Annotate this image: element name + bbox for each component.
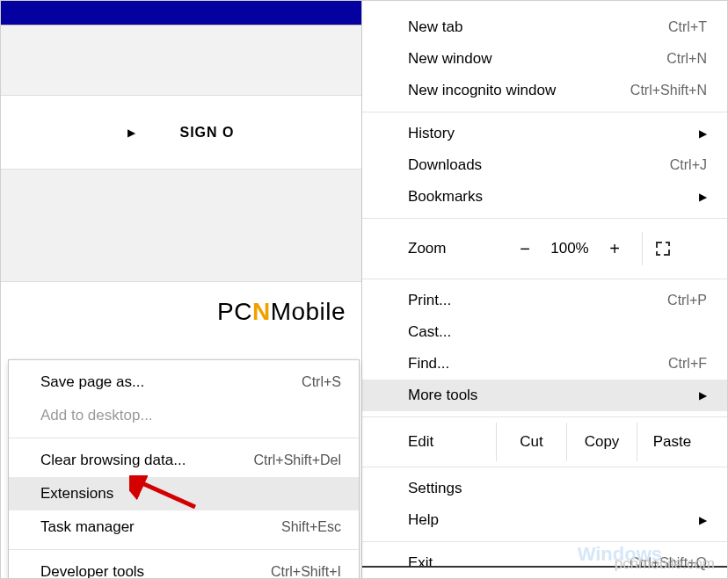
submenu-item-developer-tools[interactable]: Developer tools Ctrl+Shift+I xyxy=(9,555,359,579)
submenu-label: Developer tools xyxy=(40,563,271,579)
menu-label: Help xyxy=(408,511,692,529)
bookmarks-bar-strip xyxy=(1,47,361,96)
menu-separator xyxy=(362,467,728,467)
menu-bottom-border xyxy=(362,566,728,568)
menu-separator xyxy=(362,416,728,417)
submenu-shortcut: Ctrl+Shift+I xyxy=(271,564,341,579)
menu-item-edit: Edit Cut Copy Paste xyxy=(362,423,728,461)
submenu-item-extensions[interactable]: Extensions xyxy=(9,477,359,510)
menu-item-help[interactable]: Help ▶ xyxy=(362,504,728,536)
menu-item-find[interactable]: Find... Ctrl+F xyxy=(362,348,728,380)
zoom-label: Zoom xyxy=(408,240,506,257)
menu-label: New incognito window xyxy=(408,82,630,99)
menu-label: Downloads xyxy=(408,156,670,174)
menu-shortcut: Ctrl+P xyxy=(667,293,707,308)
menu-label: Find... xyxy=(408,355,668,373)
menu-item-bookmarks[interactable]: Bookmarks ▶ xyxy=(362,181,728,213)
zoom-in-button[interactable]: + xyxy=(596,239,633,259)
submenu-label: Extensions xyxy=(40,485,341,503)
window-titlebar xyxy=(1,1,361,25)
edit-cut-button[interactable]: Cut xyxy=(496,423,566,461)
menu-shortcut: Ctrl+N xyxy=(666,51,707,67)
menu-item-new-incognito[interactable]: New incognito window Ctrl+Shift+N xyxy=(362,75,728,106)
chevron-right-icon: ▶ xyxy=(699,389,707,402)
submenu-item-clear-browsing-data[interactable]: Clear browsing data... Ctrl+Shift+Del xyxy=(9,444,359,477)
menu-shortcut: Ctrl+Shift+N xyxy=(630,83,707,98)
toolbar-strip xyxy=(1,25,361,47)
menu-shortcut: Ctrl+Shift+Q xyxy=(630,555,707,571)
menu-label: Print... xyxy=(408,292,667,309)
menu-shortcut: Ctrl+J xyxy=(670,157,707,173)
menu-label: Settings xyxy=(408,480,707,497)
menu-label: Bookmarks xyxy=(408,188,692,206)
submenu-item-add-to-desktop: Add to desktop... xyxy=(9,399,359,432)
fullscreen-button[interactable] xyxy=(642,232,682,265)
submenu-item-save-page[interactable]: Save page as... Ctrl+S xyxy=(9,365,359,399)
menu-label: Cast... xyxy=(408,323,707,341)
menu-item-new-tab[interactable]: New tab Ctrl+T xyxy=(362,11,728,43)
submenu-item-task-manager[interactable]: Task manager Shift+Esc xyxy=(9,510,359,544)
edit-copy-button[interactable]: Copy xyxy=(566,423,637,461)
menu-label: New tab xyxy=(408,18,668,36)
more-tools-submenu: Save page as... Ctrl+S Add to desktop...… xyxy=(8,359,360,579)
page-grey-region xyxy=(1,170,361,282)
submenu-label: Save page as... xyxy=(40,373,302,391)
menu-separator xyxy=(362,541,728,542)
menu-item-print[interactable]: Print... Ctrl+P xyxy=(362,285,728,316)
menu-separator xyxy=(362,218,728,219)
edit-paste-button[interactable]: Paste xyxy=(637,423,707,461)
chevron-right-icon: ▶ xyxy=(699,514,707,526)
menu-item-more-tools[interactable]: More tools ▶ xyxy=(362,380,728,411)
menu-separator xyxy=(362,279,728,279)
menu-item-settings[interactable]: Settings xyxy=(362,473,728,504)
zoom-level: 100% xyxy=(543,240,596,257)
submenu-shortcut: Ctrl+S xyxy=(302,374,341,390)
menu-label: More tools xyxy=(408,387,692,404)
chrome-main-menu: New tab Ctrl+T New window Ctrl+N New inc… xyxy=(361,1,728,579)
menu-item-exit[interactable]: Exit Ctrl+Shift+Q xyxy=(362,547,728,579)
menu-label: Exit xyxy=(408,554,630,572)
submenu-label: Clear browsing data... xyxy=(40,452,253,469)
menu-item-cast[interactable]: Cast... xyxy=(362,316,728,348)
edit-label: Edit xyxy=(408,433,496,451)
menu-item-zoom: Zoom − 100% + xyxy=(362,224,728,273)
menu-label: History xyxy=(408,125,692,142)
sign-label: SIGN O xyxy=(179,125,234,141)
submenu-shortcut: Shift+Esc xyxy=(281,519,341,535)
submenu-label: Task manager xyxy=(40,518,281,536)
page-header: ▶ SIGN O xyxy=(1,96,361,170)
zoom-out-button[interactable]: − xyxy=(506,239,543,259)
fullscreen-icon xyxy=(656,242,670,256)
menu-label: New window xyxy=(408,50,666,68)
menu-separator xyxy=(362,112,728,112)
chevron-right-icon: ▶ xyxy=(699,191,707,203)
submenu-shortcut: Ctrl+Shift+Del xyxy=(253,452,341,468)
submenu-separator xyxy=(9,438,359,438)
chevron-right-icon: ▶ xyxy=(699,127,707,140)
menu-item-history[interactable]: History ▶ xyxy=(362,118,728,149)
menu-item-downloads[interactable]: Downloads Ctrl+J xyxy=(362,149,728,181)
play-icon: ▶ xyxy=(127,127,135,139)
menu-shortcut: Ctrl+T xyxy=(668,19,707,35)
menu-item-new-window[interactable]: New window Ctrl+N xyxy=(362,43,728,75)
submenu-label: Add to desktop... xyxy=(40,407,341,424)
submenu-separator xyxy=(9,549,359,550)
watermark-logo: PCNMobile xyxy=(217,298,346,326)
menu-shortcut: Ctrl+F xyxy=(668,356,707,372)
